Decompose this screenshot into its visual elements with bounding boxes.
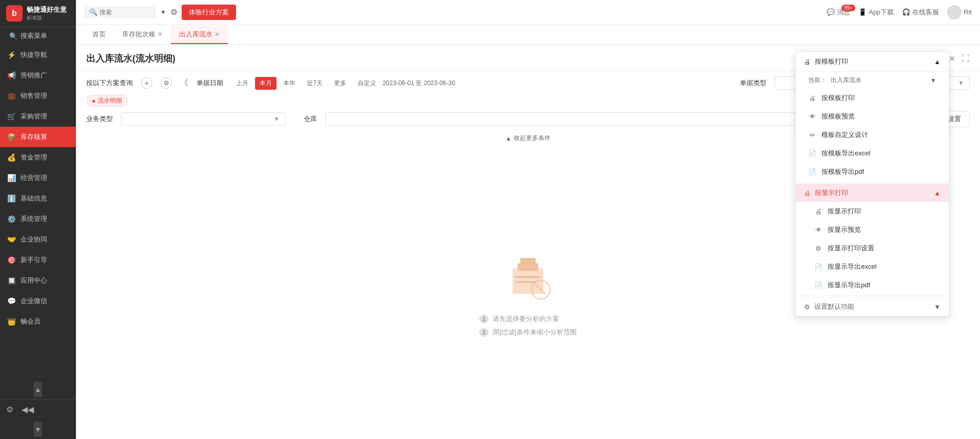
biz-type-select[interactable]: ▼ — [121, 112, 285, 126]
template-print-header-icon: 🖨 — [804, 58, 811, 66]
date-last7days[interactable]: 近7天 — [302, 77, 327, 90]
date-current-month[interactable]: 本月 — [255, 77, 277, 90]
online-service-label: 在线客服 — [912, 8, 939, 17]
tab-flow-close[interactable]: ✕ — [214, 31, 220, 38]
doc-type-chevron: ▼ — [958, 79, 964, 87]
display-print-settings-label: 按显示打印设置 — [828, 244, 874, 253]
current-template-indicator: 当前： 出入库流水 ▼ — [796, 72, 949, 89]
step-1-text: 请先选择要分析的方案 — [493, 312, 559, 326]
template-export-excel-icon: 📄 — [808, 149, 816, 157]
guide-icon: 🎯 — [6, 255, 16, 265]
template-export-excel-label: 按模板导出excel — [821, 149, 870, 158]
display-preview-item[interactable]: 👁 按显示预览 — [796, 221, 949, 239]
topbar-search-input[interactable] — [100, 9, 151, 16]
filter-tag-label: 流水明细 — [97, 96, 122, 105]
tab-batch-accounts[interactable]: 库存批次账 ✕ — [114, 26, 171, 44]
topbar-right: 💬 消息 99+ 📱 App下载 🎧 在线客服 Rit — [827, 5, 972, 19]
tab-batch-accounts-label: 库存批次账 — [122, 30, 155, 39]
industry-btn[interactable]: 体验行业方案 — [182, 5, 236, 20]
filter-add-btn[interactable]: + — [141, 77, 152, 89]
current-template-name: 出入库流水 — [831, 76, 861, 85]
tab-home[interactable]: 首页 — [84, 26, 114, 44]
template-custom-label: 模板自定义设计 — [821, 130, 868, 139]
system-icon: ⚙️ — [6, 214, 16, 224]
display-print-item[interactable]: 🖨 按显示打印 — [796, 202, 949, 221]
purchase-icon: 🛒 — [6, 111, 16, 122]
template-export-pdf-icon: 📄 — [808, 168, 816, 176]
wechat-icon: 💬 — [6, 296, 16, 306]
filter-collapse-btn[interactable]: 《 — [180, 78, 188, 89]
svg-rect-2 — [520, 258, 536, 264]
online-service-btn[interactable]: 🎧 在线客服 — [902, 8, 939, 17]
sidebar-search[interactable]: 🔍 搜索菜单 — [0, 27, 76, 45]
user-avatar-area[interactable]: Rit — [947, 5, 972, 19]
inventory-icon: 📦 — [6, 132, 16, 142]
display-print-settings-item[interactable]: ⚙ 按显示打印设置 — [796, 239, 949, 257]
sidebar-item-basic-info[interactable]: ℹ️ 基础信息 — [0, 188, 76, 209]
tab-batch-accounts-close[interactable]: ✕ — [158, 31, 163, 38]
sidebar-item-wechat[interactable]: 💬 企业微信 — [0, 291, 76, 311]
sidebar-item-cooperation[interactable]: 🤝 企业协同 — [0, 229, 76, 250]
topbar-dropdown-icon[interactable]: ▼ — [160, 9, 166, 16]
page-close-btn[interactable]: ✕ — [949, 54, 955, 64]
template-preview-item[interactable]: 👁 按模板预览 — [796, 107, 949, 126]
app-download-label: App下载 — [869, 8, 894, 17]
display-export-pdf-icon: 📄 — [814, 281, 822, 289]
empty-steps-list: 1 请先选择要分析的方案 2 用[过滤]条件来缩小分析范围 — [479, 312, 576, 339]
headset-icon: 🎧 — [902, 8, 910, 16]
sidebar-item-guide[interactable]: 🎯 新手引导 — [0, 250, 76, 270]
biz-type-label: 业务类型 — [86, 114, 113, 124]
sidebar-item-quick-nav[interactable]: ⚡ 快捷导航 — [0, 45, 76, 65]
template-custom-item[interactable]: ✏ 模板自定义设计 — [796, 126, 949, 144]
date-custom[interactable]: 自定义 — [353, 77, 381, 90]
display-export-excel-item[interactable]: 📄 按显示导出excel — [796, 257, 949, 276]
topbar-search-container[interactable]: 🔍 — [84, 6, 156, 18]
template-print-header-chevron: ▲ — [934, 58, 940, 66]
filter-tag-item[interactable]: ● 流水明细 — [86, 95, 128, 107]
display-export-pdf-item[interactable]: 📄 按显示导出pdf — [796, 276, 949, 294]
page-expand-btn[interactable]: ⛶ — [962, 54, 970, 63]
topbar-settings-icon[interactable]: ⚙ — [170, 7, 178, 17]
tab-flow[interactable]: 出入库流水 ✕ — [171, 26, 228, 44]
app-edition: 标准版 — [27, 14, 67, 21]
template-print-header[interactable]: 🖨 按模板打印 ▲ — [796, 52, 949, 72]
dropdown-footer[interactable]: ⚙ 设置默认功能 ▼ — [796, 297, 949, 316]
app-download-btn[interactable]: 📱 App下载 — [858, 8, 894, 17]
marketing-icon: 📢 — [6, 70, 16, 81]
filter-scheme-label: 按以下方案查询 — [86, 78, 133, 88]
template-export-pdf-label: 按模板导出pdf — [821, 167, 864, 176]
footer-label: 设置默认功能 — [814, 302, 854, 311]
template-export-pdf-item[interactable]: 📄 按模板导出pdf — [796, 163, 949, 181]
notification-badge: 99+ — [841, 5, 855, 11]
date-current-year[interactable]: 本年 — [279, 77, 300, 90]
sidebar-item-inventory[interactable]: 📦 库存核算 — [0, 127, 76, 147]
sidebar-item-marketing[interactable]: 📢 营销推广 — [0, 65, 76, 86]
cooperation-icon: 🤝 — [6, 234, 16, 245]
sidebar-item-purchase[interactable]: 🛒 采购管理 — [0, 106, 76, 127]
date-prev-month[interactable]: 上月 — [231, 77, 253, 90]
template-export-excel-item[interactable]: 📄 按模板导出excel — [796, 144, 949, 163]
sidebar-item-operations[interactable]: 📊 经营管理 — [0, 168, 76, 188]
sidebar-item-finance[interactable]: 💰 资金管理 — [0, 147, 76, 168]
filter-tag-icon: ● — [92, 97, 95, 105]
topbar-left: 🔍 ▼ ⚙ 体验行业方案 — [84, 5, 236, 20]
sidebar-scroll-down[interactable]: ▼ — [34, 422, 42, 437]
date-more[interactable]: 更多 — [329, 77, 351, 90]
sidebar-scroll-up[interactable]: ▲ — [34, 382, 42, 397]
sidebar-item-app-center[interactable]: 🔲 应用中心 — [0, 270, 76, 291]
date-range-text: 2023-06-01 至 2023-06-30 — [383, 79, 455, 88]
display-print-settings-icon: ⚙ — [814, 244, 822, 252]
template-print-item[interactable]: 🖨 按模板打印 — [796, 89, 949, 107]
empty-step-2: 2 用[过滤]条件来缩小分析范围 — [479, 326, 576, 339]
app-logo: b 畅捷通好生意 标准版 — [0, 0, 76, 27]
collapse-sidebar-icon[interactable]: ◀◀ — [22, 405, 34, 414]
notifications-btn[interactable]: 💬 消息 99+ — [827, 8, 850, 17]
sidebar-item-vip[interactable]: 👑 畅会员 — [0, 311, 76, 332]
collapse-up-icon: ▲ — [505, 135, 512, 142]
filter-settings-btn[interactable]: ⚙ — [161, 77, 172, 89]
collapse-label: 收起更多条件 — [514, 134, 551, 143]
display-print-header[interactable]: 🖨 按显示打印 ▲ — [796, 184, 949, 202]
sidebar-item-sales[interactable]: 💼 销售管理 — [0, 86, 76, 106]
settings-icon[interactable]: ⚙ — [6, 405, 13, 414]
sidebar-item-system[interactable]: ⚙️ 系统管理 — [0, 209, 76, 229]
